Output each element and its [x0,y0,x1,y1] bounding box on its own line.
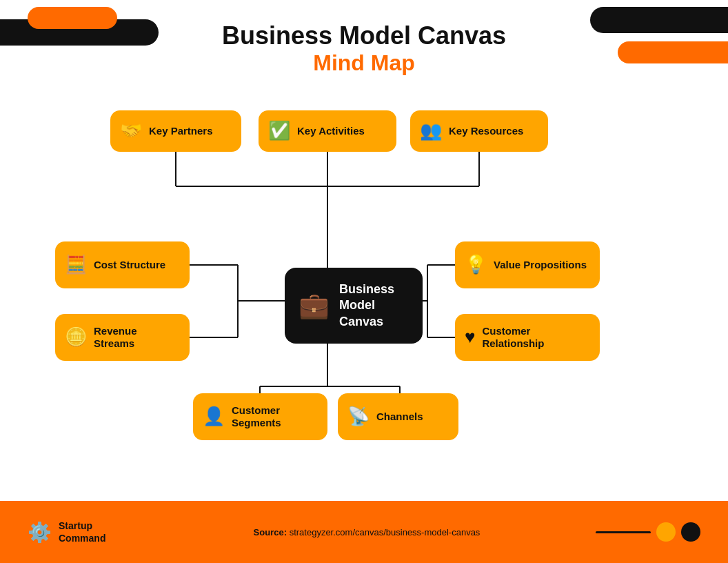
node-cost-structure: 🧮 Cost Structure [55,241,190,288]
source-url: strategyzer.com/canvas/business-model-ca… [290,527,481,537]
brand-name: StartupCommand [59,520,105,544]
footer-dot-orange [656,522,676,542]
page-subtitle: Mind Map [0,50,728,76]
node-key-resources: 👥 Key Resources [410,110,548,152]
checkmark-icon: ✅ [268,120,290,141]
handshake-icon: 🤝 [120,120,142,141]
footer-source: Source: strategyzer.com/canvas/business-… [138,527,596,537]
heart-icon: ♥ [465,326,475,348]
coins-icon: 🪙 [65,326,87,348]
calculator-icon: 🧮 [65,254,87,275]
people-icon: 👥 [420,120,442,141]
canvas-area: 🤝 Key Partners ✅ Key Activities 👥 Key Re… [34,97,694,501]
page-title: Business Model Canvas [0,21,728,50]
node-key-activities: ✅ Key Activities [259,110,396,152]
footer: ⚙️ StartupCommand Source: strategyzer.co… [0,501,728,563]
node-channels: 📡 Channels [338,393,458,440]
node-center: 💼 Business Model Canvas [285,268,423,344]
signal-icon: 📡 [347,406,370,427]
footer-decoration [596,522,700,542]
node-revenue-streams: 🪙 Revenue Streams [55,314,190,361]
footer-line [596,531,651,533]
source-label: Source: [254,527,287,537]
node-value-propositions: 💡 Value Propositions [455,241,600,288]
node-customer-relationship: ♥ Customer Relationship [455,314,600,361]
node-customer-segments: 👤 Customer Segments [193,393,327,440]
footer-dot-black [681,522,700,542]
title-area: Business Model Canvas Mind Map [0,21,728,76]
lightbulb-icon: 💡 [465,254,487,275]
brand-icon: ⚙️ [28,521,52,544]
node-key-partners: 🤝 Key Partners [110,110,241,152]
person-icon: 👤 [203,406,225,427]
briefcase-icon: 💼 [299,290,330,322]
brand: ⚙️ StartupCommand [28,520,138,544]
